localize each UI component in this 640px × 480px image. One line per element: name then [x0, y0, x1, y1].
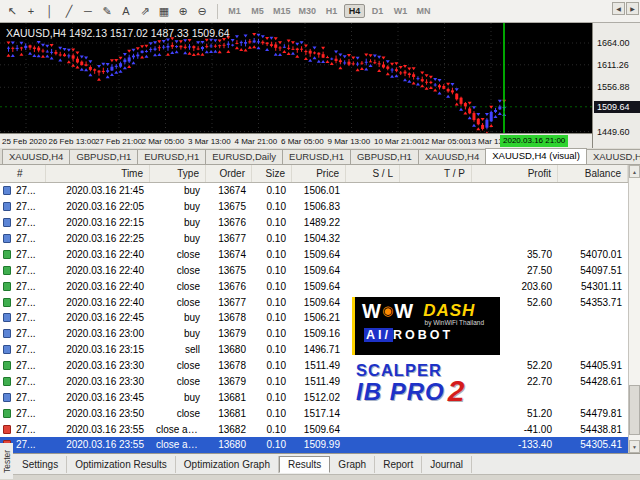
text-icon[interactable]: A [117, 2, 135, 20]
column-header-number[interactable]: # [0, 165, 46, 182]
cell-time: 2020.03.16 22:05 [46, 201, 150, 212]
column-header-order[interactable]: Order [206, 165, 252, 182]
chart-tab-xauusd-h1-8[interactable]: XAUUSD,H1 [586, 149, 640, 164]
bottom-tab-optimization-graph[interactable]: Optimization Graph [176, 456, 279, 473]
cell-profit: 203.60 [472, 281, 558, 292]
scrollbar-down-icon[interactable]: ▼ [629, 440, 640, 453]
cell-profit: 52.20 [472, 360, 558, 371]
chart-tab-eurusd-daily-3[interactable]: EURUSD,Daily [205, 149, 283, 164]
cursor-icon[interactable]: ↖ [3, 2, 21, 20]
tab-scroll-right-icon[interactable]: ▶ [626, 2, 639, 15]
scrollbar-thumb[interactable] [629, 385, 640, 435]
timeframe-m30-button[interactable]: M30 [296, 4, 320, 18]
cell-number: 27... [0, 297, 46, 308]
bottom-tab-journal[interactable]: Journal [422, 456, 472, 473]
cell-order: 13678 [206, 360, 252, 371]
time-axis-label: 9 Mar 13:00 [328, 137, 371, 146]
ai-robot-text: AI/ROBOT [364, 328, 500, 342]
cell-type: close [150, 265, 206, 276]
time-axis-label: 27 Feb 21:00 [95, 137, 142, 146]
trendline-icon[interactable]: ╱ [60, 2, 78, 20]
timeframe-m15-button[interactable]: M15 [270, 4, 294, 18]
bottom-tab-optimization-results[interactable]: Optimization Results [67, 456, 176, 473]
column-header-size[interactable]: Size [252, 165, 292, 182]
price-axis[interactable]: 1509.64 1664.001611.261556.881449.60 [592, 23, 640, 148]
cell-time: 2020.03.16 23:45 [46, 392, 150, 403]
table-row[interactable]: 27...2020.03.16 23:30close136790.101511.… [0, 374, 628, 390]
chart-tab-gbpusd-h1-1[interactable]: GBPUSD,H1 [69, 149, 138, 164]
cell-order: 13681 [206, 392, 252, 403]
table-row[interactable]: 27...2020.03.16 23:50close136810.101517.… [0, 405, 628, 421]
price-chart[interactable] [0, 23, 592, 133]
cell-profit: 35.70 [472, 249, 558, 260]
timeframe-w1-button[interactable]: W1 [390, 4, 411, 18]
zoom-in-icon[interactable]: ⊕ [174, 2, 192, 20]
table-row[interactable]: 27...2020.03.16 23:30close136780.101511.… [0, 358, 628, 374]
column-header-price[interactable]: Price [292, 165, 346, 182]
column-header-balance[interactable]: Balance [558, 165, 628, 182]
chart-tab-eurusd-h1-2[interactable]: EURUSD,H1 [137, 149, 206, 164]
chart-tab-xauusd-h4-0[interactable]: XAUUSD,H4 [2, 149, 70, 164]
timeframe-d1-button[interactable]: D1 [367, 4, 388, 18]
vertical-line-icon[interactable]: │ [41, 2, 59, 20]
timeframe-mn-button[interactable]: MN [413, 4, 434, 18]
timeframe-h4-button[interactable]: H4 [344, 4, 365, 18]
trade-blue-icon [3, 313, 11, 322]
chart-tab-xauusd-h4-visual-7[interactable]: XAUUSD,H4 (visual) [485, 148, 587, 164]
cell-price: 1509.16 [292, 328, 346, 339]
table-row[interactable]: 27...2020.03.16 23:00buy136790.101509.16 [0, 326, 628, 342]
table-row[interactable]: 27...2020.03.16 22:40close136760.101509.… [0, 278, 628, 294]
column-header-profit[interactable]: Profit [472, 165, 558, 182]
horizontal-line-icon[interactable]: ─ [79, 2, 97, 20]
arrow-shapes-icon[interactable]: ⇗ [136, 2, 154, 20]
column-header-sl[interactable]: S / L [346, 165, 400, 182]
cell-number: 27... [0, 249, 46, 260]
timeframe-m5-button[interactable]: M5 [247, 4, 268, 18]
cell-price: 1506.21 [292, 312, 346, 323]
cell-profit: 27.50 [472, 265, 558, 276]
table-row[interactable]: 27...2020.03.16 22:25buy136770.101504.32 [0, 231, 628, 247]
cell-time: 2020.03.16 22:45 [46, 312, 150, 323]
bottom-tab-graph[interactable]: Graph [330, 456, 375, 473]
table-row[interactable]: 27...2020.03.16 22:45buy136780.101506.21 [0, 310, 628, 326]
bottom-tab-report[interactable]: Report [375, 456, 422, 473]
wow-dash-logo: W ◉ W DASH by WinWiFi Thailand AI/ROBOT [352, 297, 500, 355]
pencil-icon[interactable]: ✎ [98, 2, 116, 20]
table-row[interactable]: 27...2020.03.16 21:45buy136740.101506.01 [0, 183, 628, 199]
timeframe-m1-button[interactable]: M1 [224, 4, 245, 18]
column-header-time[interactable]: Time [46, 165, 150, 182]
zoom-out-icon[interactable]: ⊖ [193, 2, 211, 20]
toolbar-separator [217, 4, 218, 19]
cell-size: 0.10 [252, 392, 292, 403]
table-row[interactable]: 27...2020.03.16 23:55close at stop136820… [0, 421, 628, 437]
table-row[interactable]: 27...2020.03.16 22:40close136740.101509.… [0, 247, 628, 263]
column-header-type[interactable]: Type [150, 165, 206, 182]
tab-scroll-left-icon[interactable]: ◀ [612, 2, 625, 15]
trade-green-icon [3, 250, 11, 259]
cell-type: close [150, 376, 206, 387]
indicators-icon[interactable]: ▦ [155, 2, 173, 20]
crosshair-icon[interactable]: + [22, 2, 40, 20]
cell-type: buy [150, 312, 206, 323]
table-row[interactable]: 27...2020.03.16 23:55close at stop136800… [0, 437, 628, 453]
time-axis[interactable]: 2020.03.16 21:00 25 Feb 202026 Feb 13:00… [0, 133, 592, 148]
timeframe-h1-button[interactable]: H1 [321, 4, 342, 18]
table-row[interactable]: 27...2020.03.16 23:45buy136810.101512.02 [0, 389, 628, 405]
scrollbar-up-icon[interactable]: ▲ [629, 165, 640, 178]
table-row[interactable]: 27...2020.03.16 22:40close136750.101509.… [0, 262, 628, 278]
chart-tab-gbpusd-h1-5[interactable]: GBPUSD,H1 [350, 149, 419, 164]
cell-order: 13679 [206, 376, 252, 387]
bottom-tab-settings[interactable]: Settings [14, 456, 67, 473]
table-row[interactable]: 27...2020.03.16 22:15buy136760.101489.22 [0, 215, 628, 231]
table-scrollbar[interactable]: ▲ ▼ [628, 165, 640, 453]
cell-size: 0.10 [252, 439, 292, 450]
table-row[interactable]: 27...2020.03.16 22:40close136770.101509.… [0, 294, 628, 310]
table-row[interactable]: 27...2020.03.16 23:15sell136800.101496.7… [0, 342, 628, 358]
drawing-tools-group: ↖+│╱─✎A⇗▦⊕⊖ [3, 2, 211, 20]
chart-tab-eurusd-h1-4[interactable]: EURUSD,H1 [282, 149, 351, 164]
table-row[interactable]: 27...2020.03.16 22:05buy136750.101506.83 [0, 199, 628, 215]
chart-tab-xauusd-h4-6[interactable]: XAUUSD,H4 [418, 149, 486, 164]
column-header-tp[interactable]: T / P [400, 165, 472, 182]
bottom-tab-results[interactable]: Results [279, 456, 330, 473]
cell-time: 2020.03.16 23:15 [46, 344, 150, 355]
